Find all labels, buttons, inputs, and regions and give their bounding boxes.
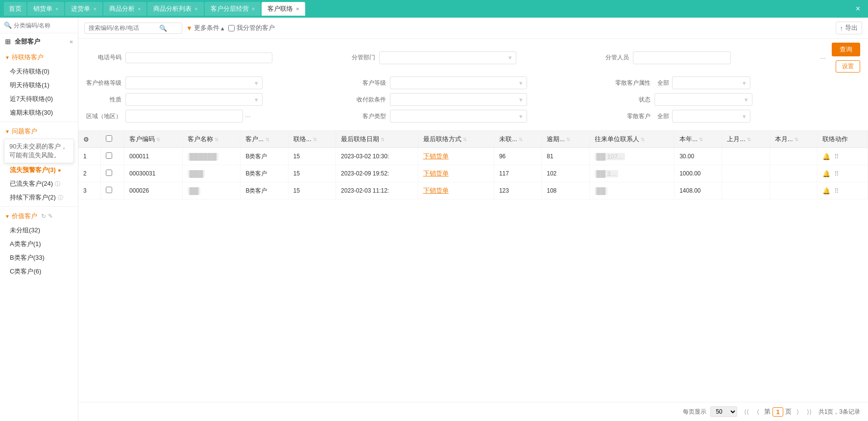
sidebar-value-title[interactable]: ▼ 价值客户 ↻ ✎ [0, 209, 78, 223]
sidebar-problem-title[interactable]: ▼ 问题客户 [0, 124, 78, 139]
tab-purchase-close[interactable]: × [93, 6, 96, 12]
sidebar-all-customers[interactable]: ⊞ 全部客户 « [0, 33, 78, 50]
tomorrow-label: 明天待联络(1) [10, 81, 49, 90]
sidebar-item-lost[interactable]: 已流失客户(24) ⓘ [0, 177, 78, 191]
sidebar-item-ungroup[interactable]: 未分组(32) [0, 223, 78, 237]
sidebar-item-today[interactable]: 今天待联络(0) [0, 65, 78, 78]
filter-nature-select[interactable] [125, 93, 263, 106]
last-month-sort-icon[interactable]: ⇅ [747, 137, 751, 142]
query-button[interactable]: 查询 [832, 43, 860, 56]
sidebar-item-churn-warning[interactable]: 流失预警客户(3) ● [0, 163, 78, 177]
row1-method-link[interactable]: 下销货单 [423, 152, 449, 160]
last-method-sort-icon[interactable]: ⇅ [463, 137, 467, 142]
row1-last-method[interactable]: 下销货单 [418, 148, 494, 165]
this-month-sort-icon[interactable]: ⇅ [795, 137, 798, 142]
type-sort-icon[interactable]: ⇅ [265, 137, 269, 142]
sidebar-item-b-class[interactable]: B类客户(33) [0, 251, 78, 265]
filter-retail-customer-select[interactable] [672, 110, 750, 123]
col-settings[interactable]: ⚙ [78, 131, 101, 148]
last-page-btn[interactable]: ⟩⟩ [804, 407, 815, 417]
tab-home[interactable]: 首页 [4, 2, 26, 16]
contact-person-sort-icon[interactable]: ⇅ [641, 137, 645, 142]
tab-customer-contact[interactable]: 客户联络 × [262, 2, 305, 16]
row2-action-more-icon[interactable]: ⠿ [834, 170, 839, 177]
col-checkbox[interactable] [101, 131, 124, 148]
sidebar-item-overdue[interactable]: 逾期未联络(30) [0, 106, 78, 120]
sidebar-search-input[interactable] [14, 22, 78, 29]
tab-sales[interactable]: 销货单 × [27, 2, 64, 16]
filter-payment-field: 收付款条件 [351, 93, 596, 106]
contact-sort-icon[interactable]: ⇅ [313, 137, 317, 142]
close-all-icon[interactable]: × [852, 4, 864, 13]
tab-purchase[interactable]: 进货单 × [65, 2, 102, 16]
filter-manager-select[interactable] [633, 51, 731, 64]
filter-retail-attr-select[interactable] [672, 76, 750, 89]
tab-customer-contact-close[interactable]: × [296, 6, 299, 12]
status-chevron-icon [745, 96, 748, 103]
tab-product-analysis[interactable]: 商品分析 × [103, 2, 146, 16]
row1-action-more-icon[interactable]: ⠿ [834, 153, 839, 160]
next-page-btn[interactable]: ⟩ [794, 407, 802, 417]
sidebar-collapse-icon[interactable]: « [70, 38, 73, 45]
filter-customer-type-select[interactable] [390, 110, 527, 123]
row2-method-link[interactable]: 下销货单 [423, 170, 449, 177]
per-page-select[interactable]: 50 100 200 [710, 406, 737, 417]
set-button[interactable]: 设置 [836, 60, 860, 73]
select-all-checkbox[interactable] [106, 135, 112, 142]
sidebar-item-tomorrow[interactable]: 明天待联络(1) [0, 78, 78, 92]
row1-select[interactable] [106, 152, 112, 159]
row2-checkbox[interactable] [101, 165, 124, 182]
filter-customer-level-select[interactable] [390, 76, 527, 89]
tab-product-list[interactable]: 商品分析列表 × [147, 2, 203, 16]
filter-phone-input[interactable] [125, 52, 272, 63]
tab-product-analysis-close[interactable]: × [138, 6, 141, 12]
export-btn[interactable]: ↑ 导出 [836, 22, 863, 34]
tab-sales-close[interactable]: × [55, 6, 58, 12]
more-filter-btn[interactable]: ▼ 更多条件 [186, 24, 224, 32]
filter-dept-select[interactable] [379, 51, 516, 64]
sidebar-item-declining[interactable]: 持续下滑客户(2) ⓘ [0, 191, 78, 204]
my-customers-checkbox-label[interactable]: 我分管的客户 [228, 24, 275, 32]
overdue-sort-icon[interactable]: ⇅ [566, 137, 570, 142]
row2-action-phone-icon[interactable]: 🔔 [822, 170, 830, 177]
row3-last-method[interactable]: 下销货单 [418, 182, 494, 199]
row3-action-phone-icon[interactable]: 🔔 [822, 187, 830, 195]
row3-select[interactable] [106, 187, 112, 193]
sidebar-item-7days[interactable]: 近7天待联络(0) [0, 92, 78, 106]
region-dots[interactable]: ··· [243, 112, 253, 120]
manager-dots[interactable]: ··· [818, 54, 828, 62]
no-contact-sort-icon[interactable]: ⇅ [519, 137, 523, 142]
this-year-sort-icon[interactable]: ⇅ [699, 137, 703, 142]
filter-payment-select[interactable] [390, 93, 527, 106]
tab-customer-layer[interactable]: 客户分层经营 × [205, 2, 261, 16]
sidebar-item-a-class[interactable]: A类客户(1) [0, 237, 78, 251]
filter-region-select[interactable] [125, 110, 243, 123]
row1-checkbox[interactable] [101, 148, 124, 165]
last-date-sort-icon[interactable]: ⇅ [381, 137, 385, 142]
code-sort-icon[interactable]: ⇅ [156, 137, 160, 142]
first-page-btn[interactable]: ⟨⟨ [741, 407, 752, 417]
sidebar-item-c-class[interactable]: C类客户(6) [0, 265, 78, 278]
search-trigger-icon[interactable]: 🔍 [159, 25, 167, 32]
search-input[interactable] [89, 25, 157, 31]
row1-this-month [770, 148, 817, 165]
prev-page-btn[interactable]: ⟨ [754, 407, 762, 417]
row3-method-link[interactable]: 下销货单 [423, 187, 449, 194]
name-sort-icon[interactable]: ⇅ [215, 137, 218, 142]
row1-action-phone-icon[interactable]: 🔔 [822, 153, 830, 160]
tab-customer-layer-close[interactable]: × [252, 6, 255, 12]
sidebar-group-pending[interactable]: ▼ 待联络客户 [0, 50, 78, 65]
my-customers-checkbox[interactable] [228, 25, 235, 31]
row2-last-method[interactable]: 下销货单 [418, 165, 494, 182]
filter-panel: 电话号码 分管部门 分管人员 ··· 查询 [78, 39, 868, 131]
edit-icon[interactable]: ✎ [48, 213, 53, 220]
row3-action-more-icon[interactable]: ⠿ [834, 187, 839, 195]
tab-product-list-close[interactable]: × [194, 6, 197, 12]
row2-select[interactable] [106, 170, 112, 176]
refresh-icon[interactable]: ↻ [41, 213, 46, 220]
filter-price-level-select[interactable] [125, 76, 263, 89]
row1-index: 1 [78, 148, 101, 165]
filter-status-select[interactable] [654, 93, 752, 106]
row3-checkbox[interactable] [101, 182, 124, 199]
settings-icon[interactable]: ⚙ [83, 136, 89, 143]
